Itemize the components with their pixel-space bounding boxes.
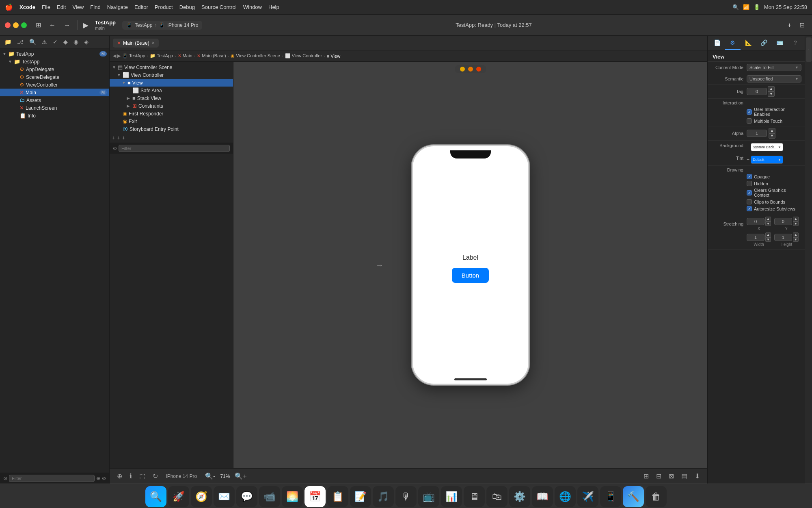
scene-item-first-responder[interactable]: ◉ First Responder [110, 110, 233, 117]
dock-simulator[interactable]: 📱 [600, 486, 621, 507]
nav-git-icon[interactable]: ⎇ [15, 37, 26, 46]
stretch-w-down[interactable]: ▼ [765, 237, 771, 242]
tree-item-info[interactable]: 📋 Info [0, 112, 109, 119]
scheme-device-selector[interactable]: 📱 TestApp › 📱 iPhone 14 Pro [122, 21, 202, 30]
opaque-checkbox[interactable]: ✓ [747, 174, 752, 179]
zoom-in-button[interactable]: 🔍+ [232, 471, 249, 481]
dock-notes[interactable]: 📝 [350, 486, 371, 507]
dock-xcode[interactable]: 🔨 [623, 486, 644, 507]
breadcrumb-item-vc-scene[interactable]: ◉ View Controller Scene [231, 53, 280, 59]
minimize-button[interactable] [13, 22, 19, 28]
tree-item-assets[interactable]: 🗂 Assets [0, 96, 109, 104]
scene-item-vc[interactable]: ▼ ⬜ View Controller [110, 71, 233, 79]
run-button[interactable]: ▶ [83, 21, 89, 30]
dock-chrome[interactable]: 🌐 [555, 486, 576, 507]
stretch-w-up[interactable]: ▲ [765, 232, 771, 237]
insp-tab-help[interactable]: ? [788, 36, 803, 50]
dock-facetime[interactable]: 📹 [259, 486, 280, 507]
content-mode-value[interactable]: Scale To Fill ▼ [747, 64, 801, 71]
zoom-out-button[interactable]: 🔍- [203, 471, 218, 481]
canvas-layout-button[interactable]: ⊞ [641, 471, 651, 481]
canvas-info-button[interactable]: ℹ [127, 471, 134, 481]
stretch-h-down[interactable]: ▼ [793, 237, 799, 242]
sidebar-toggle-button[interactable]: ⊞ [33, 20, 43, 30]
canvas-area[interactable]: → Label Button [233, 62, 707, 468]
navigator-left-button[interactable]: ← [47, 20, 58, 30]
insp-tab-size[interactable]: 📐 [741, 36, 756, 50]
hidden-checkbox[interactable] [747, 181, 752, 186]
menu-product[interactable]: Product [155, 4, 173, 10]
stretch-y-input[interactable]: 0 [774, 218, 792, 225]
tree-item-scenedelegate[interactable]: ⚙ SceneDelegate [0, 73, 109, 81]
tag-stepper-up[interactable]: ▲ [768, 86, 775, 91]
scene-item-safe-area[interactable]: ⬜ Safe Area [110, 87, 233, 94]
add-constraint-button[interactable]: + [122, 135, 125, 141]
tree-item-viewcontroller[interactable]: ⚙ ViewController [0, 81, 109, 89]
breadcrumb-item-view[interactable]: ■ View [327, 54, 340, 59]
dock-keynote[interactable]: 🖥 [464, 486, 485, 507]
dock-appletv[interactable]: 📺 [418, 486, 439, 507]
nav-breakpoint-icon[interactable]: ◉ [71, 37, 80, 46]
nav-debug-icon[interactable]: ◆ [61, 37, 70, 46]
nav-warning-icon[interactable]: ⚠ [40, 37, 49, 46]
canvas-download-button[interactable]: ⬇ [692, 471, 702, 481]
user-interaction-checkbox[interactable]: ✓ [747, 109, 752, 115]
menu-edit[interactable]: Edit [57, 4, 66, 10]
nav-report-icon[interactable]: ◈ [82, 37, 91, 46]
canvas-constraint-button[interactable]: ⊟ [654, 471, 664, 481]
clears-graphics-checkbox[interactable]: ✓ [747, 190, 752, 195]
content-mode-dropdown[interactable]: Scale To Fill ▼ [747, 64, 801, 71]
dock-safari[interactable]: 🧭 [191, 486, 212, 507]
nav-filter-options-button[interactable]: ⊕ [96, 475, 100, 481]
dock-launchpad[interactable]: 🚀 [168, 486, 189, 507]
close-button[interactable] [5, 22, 11, 28]
tree-item-main[interactable]: ✕ Main M [0, 89, 109, 96]
scene-item-constraints[interactable]: ▶ ⊞ Constraints [110, 102, 233, 110]
menu-find[interactable]: Find [90, 4, 100, 10]
breadcrumb-item-main[interactable]: ✕ Main [178, 53, 192, 59]
nav-filter-recent-button[interactable]: ⊘ [102, 475, 106, 481]
menu-window[interactable]: Window [243, 4, 262, 10]
alpha-stepper-up[interactable]: ▲ [769, 128, 775, 133]
maximize-button[interactable] [21, 22, 27, 28]
nav-filter-input[interactable] [9, 475, 95, 482]
tree-item-testapp-group[interactable]: ▼ 📁 TestApp [0, 58, 109, 65]
navigator-right-button[interactable]: → [61, 20, 73, 30]
menu-editor[interactable]: Editor [134, 4, 148, 10]
breadcrumb-item-main-base[interactable]: ✕ Main (Base) [197, 53, 226, 59]
canvas-orientation-button[interactable]: ↻ [150, 471, 160, 481]
iphone-button[interactable]: Button [452, 268, 489, 283]
add-vc-button[interactable]: + [112, 135, 115, 141]
insp-tab-attributes[interactable]: ⚙ [725, 36, 741, 50]
menu-view[interactable]: View [72, 4, 84, 10]
menu-help[interactable]: Help [268, 4, 279, 10]
tree-item-testapp-root[interactable]: ▼ 📁 TestApp M [0, 50, 109, 58]
dock-mail[interactable]: ✉️ [214, 486, 235, 507]
insp-tab-identity[interactable]: 🪪 [772, 36, 788, 50]
menu-file[interactable]: File [42, 4, 50, 10]
insp-tab-file[interactable]: 📄 [709, 36, 725, 50]
dock-trash[interactable]: 🗑 [646, 486, 667, 507]
canvas-align-button[interactable]: ⊠ [666, 471, 676, 481]
dock-numbers[interactable]: 📊 [441, 486, 462, 507]
canvas-device-button[interactable]: ⬚ [137, 471, 148, 481]
dock-music[interactable]: 🎵 [373, 486, 394, 507]
add-view-button[interactable]: + [117, 135, 120, 141]
stretch-h-input[interactable]: 1 [774, 234, 792, 241]
menu-navigate[interactable]: Navigate [107, 4, 128, 10]
nav-test-icon[interactable]: ✓ [51, 37, 60, 46]
dock-reminders[interactable]: 📋 [327, 486, 348, 507]
tab-close-icon[interactable]: ✕ [151, 41, 155, 45]
tag-input[interactable]: 0 [747, 88, 767, 95]
dock-telegram[interactable]: ✈️ [577, 486, 598, 507]
scene-item-stack-view[interactable]: ▶ ■ Stack View [110, 94, 233, 102]
multiple-touch-checkbox[interactable] [747, 118, 752, 124]
alpha-input[interactable]: 1 [747, 130, 767, 137]
dock-photos[interactable]: 🌅 [282, 486, 303, 507]
stretch-y-down[interactable]: ▼ [793, 221, 799, 226]
dock-appstore[interactable]: 🛍 [486, 486, 508, 507]
stretch-h-up[interactable]: ▲ [793, 232, 799, 237]
dock-finder[interactable]: 🔍 [145, 486, 166, 507]
scene-item-exit[interactable]: ◉ Exit [110, 117, 233, 125]
canvas-embed-button[interactable]: ▤ [679, 471, 690, 481]
